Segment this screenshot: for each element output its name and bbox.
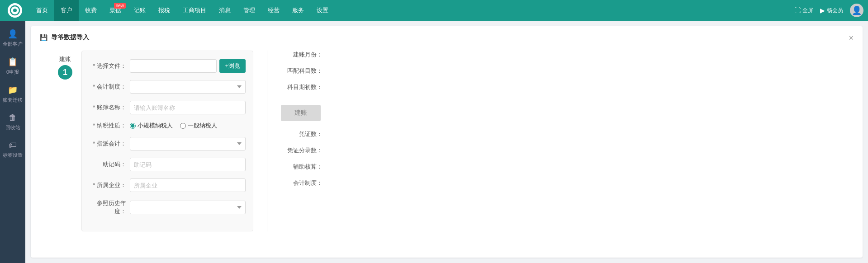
vip-icon: ▶ xyxy=(820,7,825,14)
accounting-label: * 会计制度： xyxy=(89,83,130,91)
sidebar-item-tags[interactable]: 🏷 标签设置 xyxy=(0,137,25,162)
tax-radio-group: 小规模纳税人 一般纳税人 xyxy=(130,122,217,130)
recycle-icon: 🗑 xyxy=(9,113,17,122)
tax-general-label[interactable]: 一般纳税人 xyxy=(180,122,217,130)
match-label: 匹配科目数： xyxy=(281,67,326,75)
nav-item-business[interactable]: 工商项目 xyxy=(176,0,213,21)
tags-icon: 🏷 xyxy=(9,141,17,150)
right-accounting-row: 会计制度： xyxy=(281,179,408,187)
company-row: * 所属企业： xyxy=(89,178,246,192)
nav-item-tax[interactable]: 报税 xyxy=(152,0,176,21)
build-btn-wrapper: 建账 xyxy=(281,100,408,121)
nav-right: ⛶ 全屏 ▶ 畅会员 👤 xyxy=(794,4,863,17)
avatar[interactable]: 👤 xyxy=(850,4,863,17)
sidebar: 👤 全部客户 📋 0申报 📁 账套迁移 🗑 回收站 🏷 标签设置 xyxy=(0,21,25,263)
accountant-label: * 指派会计： xyxy=(89,140,130,148)
company-label: * 所属企业： xyxy=(89,181,130,189)
nav-item-operation[interactable]: 经营 xyxy=(261,0,286,21)
file-row: * 选择文件： +浏览 xyxy=(89,59,246,73)
sidebar-item-label: 账套迁移 xyxy=(3,97,23,103)
nav-item-bookkeeping[interactable]: 记账 xyxy=(128,0,152,21)
ledger-label: * 账簿名称： xyxy=(89,103,130,112)
month-row: 建账月份： xyxy=(281,51,408,59)
zero-report-icon: 📋 xyxy=(8,57,18,67)
panel-title: 导爷数据导入 xyxy=(51,33,89,42)
match-row: 匹配科目数： xyxy=(281,67,408,75)
month-label: 建账月份： xyxy=(281,51,326,59)
right-info: 建账月份： 匹配科目数： 科目期初数： 建账 xyxy=(281,51,408,195)
main-content: 💾 导爷数据导入 × 建账 1 * 选择文件： xyxy=(25,21,868,263)
mnemonic-row: 助记码： xyxy=(89,158,246,171)
ledger-input[interactable] xyxy=(130,101,246,114)
file-input-group: +浏览 xyxy=(130,59,246,73)
accounting-select[interactable] xyxy=(130,80,246,94)
mnemonic-label: 助记码： xyxy=(89,160,130,169)
sidebar-item-migrate[interactable]: 📁 账套迁移 xyxy=(0,81,25,107)
accountant-row: * 指派会计： xyxy=(89,137,246,150)
tax-label: * 纳税性质： xyxy=(89,122,130,130)
history-row: 参照历史年度： xyxy=(89,199,246,216)
tax-row: * 纳税性质： 小规模纳税人 一般纳税人 xyxy=(89,122,246,130)
panel: 💾 导爷数据导入 × 建账 1 * 选择文件： xyxy=(31,26,863,258)
tax-general-text: 一般纳税人 xyxy=(188,122,217,130)
sidebar-item-all-customers[interactable]: 👤 全部客户 xyxy=(0,25,25,51)
top-nav: 首页 客户 收费 票据 new 记账 报税 工商项目 消息 管理 经营 服务 设… xyxy=(0,0,868,21)
fullscreen-icon: ⛶ xyxy=(794,7,801,14)
logo[interactable] xyxy=(5,0,25,21)
ledger-row: * 账簿名称： xyxy=(89,101,246,114)
nav-item-charge[interactable]: 收费 xyxy=(79,0,103,21)
voucher-count-label: 凭证分录数： xyxy=(281,146,326,155)
voucher-row: 凭证数： xyxy=(281,130,408,138)
step-label: 建账 xyxy=(59,55,71,63)
history-label: 参照历史年度： xyxy=(89,199,130,216)
period-label: 科目期初数： xyxy=(281,83,326,91)
period-row: 科目期初数： xyxy=(281,83,408,91)
mnemonic-input[interactable] xyxy=(130,158,246,171)
file-label: * 选择文件： xyxy=(89,62,130,70)
browse-button[interactable]: +浏览 xyxy=(219,59,246,73)
fullscreen-button[interactable]: ⛶ 全屏 xyxy=(794,7,813,14)
nav-item-settings[interactable]: 设置 xyxy=(310,0,335,21)
sidebar-item-label: 0申报 xyxy=(6,69,19,75)
right-accounting-label: 会计制度： xyxy=(281,179,326,187)
nav-item-message[interactable]: 消息 xyxy=(213,0,237,21)
sidebar-item-label: 回收站 xyxy=(5,124,20,131)
build-account-button[interactable]: 建账 xyxy=(281,105,321,121)
accountant-select[interactable] xyxy=(130,137,246,150)
step-number: 1 xyxy=(58,65,72,80)
close-button[interactable]: × xyxy=(849,33,854,43)
divider xyxy=(267,51,267,231)
form-left: * 选择文件： +浏览 * 会计制度： xyxy=(81,51,253,231)
new-badge: new xyxy=(114,3,126,9)
aux-label: 辅助核算： xyxy=(281,163,326,171)
accounting-row: * 会计制度： xyxy=(89,80,246,94)
svg-point-1 xyxy=(13,9,17,12)
nav-item-invoice[interactable]: 票据 new xyxy=(103,0,128,21)
import-icon: 💾 xyxy=(40,34,47,41)
tax-small-radio[interactable] xyxy=(130,123,136,129)
file-input[interactable] xyxy=(130,59,217,73)
tax-small-label[interactable]: 小规模纳税人 xyxy=(130,122,173,130)
tax-small-text: 小规模纳税人 xyxy=(138,122,173,130)
voucher-label: 凭证数： xyxy=(281,130,326,138)
nav-item-customer[interactable]: 客户 xyxy=(54,0,79,21)
voucher-count-row: 凭证分录数： xyxy=(281,146,408,155)
sidebar-item-zero-report[interactable]: 📋 0申报 xyxy=(0,53,25,79)
aux-row: 辅助核算： xyxy=(281,163,408,171)
nav-item-service[interactable]: 服务 xyxy=(286,0,310,21)
sidebar-item-label: 全部客户 xyxy=(3,41,23,47)
all-customers-icon: 👤 xyxy=(8,29,18,39)
company-input[interactable] xyxy=(130,178,246,192)
sidebar-item-label: 标签设置 xyxy=(3,152,23,159)
sidebar-item-recycle[interactable]: 🗑 回收站 xyxy=(0,109,25,135)
tax-general-radio[interactable] xyxy=(180,123,186,129)
nav-item-home[interactable]: 首页 xyxy=(30,0,54,21)
nav-item-manage[interactable]: 管理 xyxy=(237,0,261,21)
panel-header: 💾 导爷数据导入 xyxy=(40,33,854,42)
history-select[interactable] xyxy=(130,201,246,214)
nav-items: 首页 客户 收费 票据 new 记账 报税 工商项目 消息 管理 经营 服务 设… xyxy=(30,0,794,21)
migrate-icon: 📁 xyxy=(8,85,18,95)
vip-button[interactable]: ▶ 畅会员 xyxy=(820,7,843,14)
